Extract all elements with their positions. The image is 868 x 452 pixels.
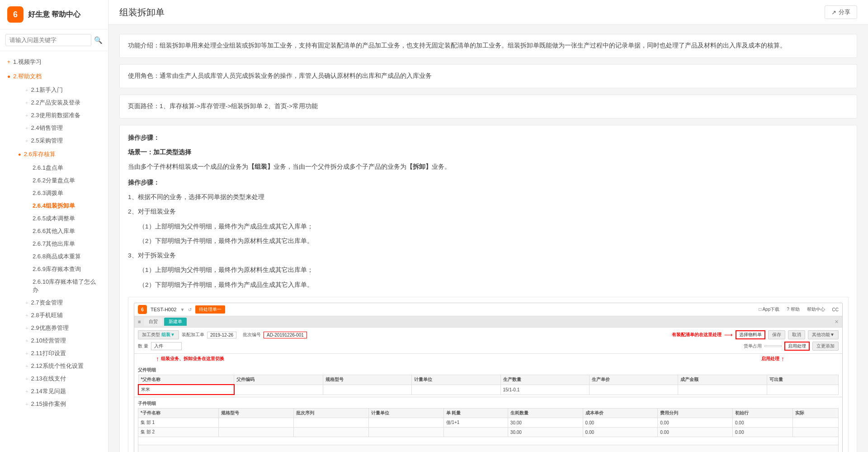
ss-lower-cell-1-2 (219, 418, 294, 428)
nav-item-2-10[interactable]: + 2.10经营管理 (11, 334, 108, 347)
ss-cancel-btn: 取消 (788, 330, 805, 339)
nav-item-2-15-icon: + (25, 401, 28, 407)
ss-lower-cell-2-7: 0.00 (583, 428, 658, 437)
ss-col-parent-name: *父件名称 (138, 375, 234, 385)
page-title: 组装拆卸单 (119, 6, 165, 19)
nav-item-2-6-9[interactable]: 2.6.9库存账本查询 (18, 263, 108, 276)
nav-item-2-3[interactable]: + 2.3使用前数据准备 (11, 109, 108, 122)
nav-item-2-3-icon: + (25, 113, 28, 118)
ss-doc-no: TEST-H002 (151, 307, 176, 312)
nav-item-2-12[interactable]: + 2.12系统个性化设置 (11, 360, 108, 372)
ss-lower-cell-2-5 (443, 428, 508, 437)
nav-item-2-1-label: 2.1新手入门 (31, 86, 62, 94)
nav-item-2-9-label: 2.9优惠券管理 (31, 324, 68, 332)
ss-appstore-icon: □ App下载 (759, 306, 779, 313)
nav-item-2-15[interactable]: + 2.15操作案例 (11, 398, 108, 410)
ss-upper-table-wrap: 父件明细 *父件名称 父件编码 规格型号 计量单位 生产数量 生产单价 (134, 364, 842, 397)
ss-user-icon: 帮助中心 (807, 306, 825, 313)
nav-item-2-14-icon: + (25, 389, 28, 394)
ss-close-icon: ✕ (835, 319, 839, 325)
share-icon: ↗ (831, 9, 836, 16)
nav-item-2-6-5[interactable]: 2.6.5成本调整单 (18, 212, 108, 225)
nav-item-2-8[interactable]: + 2.8手机旺辅 (11, 309, 108, 322)
ss-lower-cell-1-3 (294, 418, 369, 428)
nav-item-2-13[interactable]: + 2.13在线支付 (11, 372, 108, 385)
nav-section-video: + 1.视频学习 (0, 55, 108, 69)
step2-sub2: （2）下部明细为子件明细，最终作为原材料生成其它出库单。 (128, 236, 849, 247)
table-row (138, 445, 839, 452)
nav-section-video-title[interactable]: + 1.视频学习 (0, 55, 108, 69)
ss-col-available-qty: 可出量 (767, 375, 838, 385)
nav-item-2-7[interactable]: + 2.7资金管理 (11, 296, 108, 309)
ss-cell-produce-amount (678, 385, 767, 395)
role-card: 使用角色：通常由生产人员或库管人员完成拆装业务的操作，库管人员确认原材料的出库和… (119, 64, 857, 88)
ss-lower-col-9: 初始行 (732, 409, 793, 418)
ss-col-produce-amount: 成产金额 (678, 375, 767, 385)
ss-annotation-1: 有装配清单的在这里处理 (672, 332, 722, 338)
nav-item-2-6-3[interactable]: 2.6.3调拨单 (18, 187, 108, 200)
intro-card: 功能介绍：组装拆卸单用来处理企业组装或拆卸等加工业务，支持有固定装配清单的产品加… (119, 34, 857, 58)
search-button[interactable]: 🔍 (94, 36, 103, 44)
nav-item-2-8-label: 2.8手机旺辅 (31, 311, 62, 319)
ss-lower-table-wrap: 子件明细 *子件名称 规格型号 批次序列 计量单位 单 耗量 生耗数量 (134, 397, 842, 452)
logo-text: 好生意 帮助中心 (28, 10, 80, 19)
ss-refresh-icon: ↺ (188, 307, 192, 312)
role-text: 使用角色：通常由生产人员或库管人员完成拆装业务的操作，库管人员确认原材料的出库和… (128, 72, 432, 79)
nav-item-2-5[interactable]: + 2.5采购管理 (11, 134, 108, 147)
nav-item-2-6-10[interactable]: 2.6.10库存账本错了怎么办 (18, 276, 108, 296)
nav-item-2-1[interactable]: + 2.1新手入门 (11, 84, 108, 96)
ss-qty-label: 数 量 (138, 343, 148, 349)
step2-sub1: （1）上部明细为父件明细，最终作为产成品生成其它入库单； (128, 221, 849, 232)
ss-huodan-field (764, 345, 782, 347)
ss-lower-table: *子件名称 规格型号 批次序列 计量单位 单 耗量 生耗数量 成本单价 费用分列… (138, 408, 839, 452)
nav-item-2-6-icon: ● (18, 152, 21, 157)
ss-annotation-2: 组装业务、拆卸业务在这里切换 (161, 356, 224, 362)
nav-item-2-12-icon: + (25, 363, 28, 369)
ops-steps-title: 操作步骤： (128, 177, 849, 188)
ss-btn-type: 加工类型 组装▼ (138, 330, 179, 339)
step2: 2、对于组装业务 (128, 206, 849, 217)
share-button[interactable]: ↗ 分享 (825, 5, 857, 19)
nav-item-2-13-label: 2.13在线支付 (31, 375, 66, 383)
ss-lower-cell-2-9: 0.00 (732, 428, 793, 437)
nav-item-2-6-label: 2.6库存核算 (24, 150, 56, 158)
nav-item-2-6[interactable]: ● 2.6库存核算 (11, 147, 108, 162)
ss-col-produce-qty: 生产数量 (500, 375, 589, 385)
nav-item-2-9[interactable]: + 2.9优惠券管理 (11, 322, 108, 334)
ss-date-value: 2019-12-26 (207, 332, 236, 338)
nav-item-2-6-8[interactable]: 2.6.8商品成本重算 (18, 250, 108, 263)
main-area: 组装拆卸单 ↗ 分享 功能介绍：组装拆卸单用来处理企业组装或拆卸等加工业务，支持… (108, 0, 868, 452)
ss-lower-cell-2-1: 集 部 2 (138, 428, 219, 437)
nav-item-2-6-1[interactable]: 2.6.1盘点单 (18, 162, 108, 174)
ss-huodan-label: 货单占用 (744, 343, 762, 349)
ss-annotation-3: 启用处理 (761, 356, 779, 362)
ss-titlebar: 6 TEST-H002 ▼ ↺ 待处理单一 □ App下载 ? 帮助 帮助中心 … (134, 303, 842, 316)
scene1-desc: 当由多个子件材料组装成一个成品的业务为【组装】业务，当由一个父件拆分成多个子产品… (128, 162, 849, 172)
nav-item-2-12-label: 2.12系统个性化设置 (31, 362, 83, 370)
nav-item-2-10-icon: + (25, 338, 28, 343)
path-card: 页面路径：1、库存核算->库存管理->组装拆卸单 2、首页->常用功能 (119, 95, 857, 119)
search-input[interactable] (5, 34, 91, 46)
nav-item-2-11[interactable]: + 2.11打印设置 (11, 347, 108, 360)
ss-form-toolbar: 加工类型 组装▼ 装配加工单 2019-12-26 批次编号 AD-201912… (134, 328, 842, 354)
ss-upper-table-title: 父件明细 (138, 367, 156, 372)
nav-item-2-6-4[interactable]: 2.6.4组装拆卸单 (18, 200, 108, 212)
nav-section-docs-title[interactable]: ● 2.帮助文档 (0, 69, 108, 84)
nav-item-2-2[interactable]: + 2.2产品安装及登录 (11, 96, 108, 109)
nav-item-2-6-2[interactable]: 2.6.2分量盘点单 (18, 174, 108, 187)
step3: 3、对于拆装业务 (128, 250, 849, 261)
intro-text: 功能介绍：组装拆卸单用来处理企业组装或拆卸等加工业务，支持有固定装配清单的产品加… (128, 42, 786, 49)
ss-lower-cell-2-8: 0.00 (658, 428, 733, 437)
nav-item-2-4[interactable]: + 2.4销售管理 (11, 122, 108, 134)
ss-lower-col-8: 费用分列 (658, 409, 733, 418)
ss-lower-col-6: 生耗数量 (508, 409, 583, 418)
ss-other-btn: 其他功能▼ (808, 330, 839, 339)
ss-cell-spec (323, 385, 411, 395)
ss-lower-cell-1-7: 0.00 (583, 418, 658, 428)
ss-qty-value: 入件 (151, 342, 182, 350)
nav-item-2-6-7[interactable]: 2.6.7其他出库单 (18, 238, 108, 250)
ss-tab-row: ≡ 自贸 新建单 ✕ (134, 316, 842, 328)
nav-item-2-14[interactable]: + 2.14常见问题 (11, 385, 108, 398)
ops-title: 操作步骤： (128, 133, 849, 143)
nav-item-2-6-6[interactable]: 2.6.6其他入库单 (18, 225, 108, 238)
